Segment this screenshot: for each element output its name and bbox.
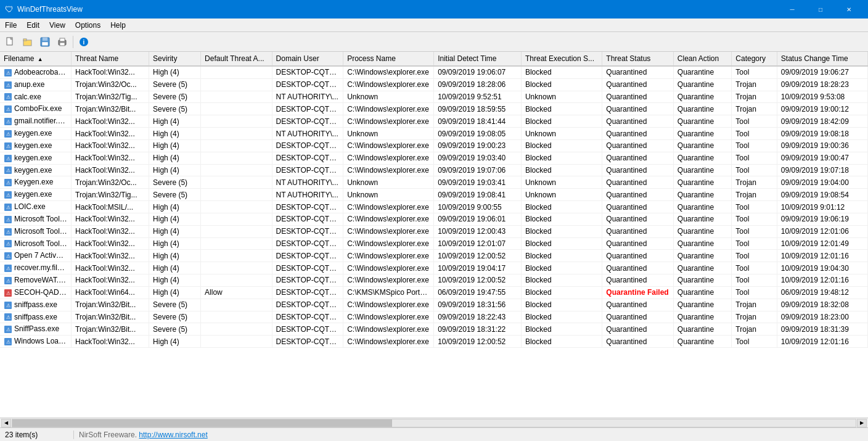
window-controls: ─ □ ✕ [778, 0, 863, 19]
table-body: ⚠Adobeacrobat-p...HackTool:Win32...High … [0, 66, 868, 348]
cell-domain_user: DESKTOP-CQT6E... [272, 262, 343, 274]
table-row[interactable]: ⚠keygen.exeHackTool:Win32...High (4)DESK… [0, 139, 868, 152]
cell-domain_user: DESKTOP-CQT6E... [272, 286, 343, 299]
table-row[interactable]: ⚠Microsoft Toolki...HackTool:Win32...Hig… [0, 213, 868, 225]
cell-severity: High (4) [149, 286, 201, 299]
col-header-category[interactable]: Category [732, 52, 777, 66]
table-row[interactable]: ⚠keygen.exeHackTool:Win32...High (4)DESK… [0, 152, 868, 164]
cell-default_threat [201, 78, 272, 91]
col-header-threat-exec[interactable]: Threat Execution S... [521, 52, 602, 66]
col-header-threat-name[interactable]: Threat Name [72, 52, 149, 66]
col-header-status-change[interactable]: Status Change Time [777, 52, 867, 66]
close-button[interactable]: ✕ [835, 0, 863, 19]
table-row[interactable]: ⚠Windows Loade...HackTool:Win32...High (… [0, 336, 868, 348]
col-header-domain-user[interactable]: Domain User [272, 52, 343, 66]
cell-threat_status: Quarantined [602, 274, 674, 287]
col-header-threat-status[interactable]: Threat Status [602, 52, 674, 66]
cell-clean_action: Quarantine [673, 201, 732, 213]
cell-filename: ⚠keygen.exe [0, 139, 72, 152]
table-row[interactable]: ⚠keygen.exeHackTool:Win32...High (4)DESK… [0, 164, 868, 176]
table-row[interactable]: ⚠recover.my.files...HackTool:Win32...Hig… [0, 262, 868, 274]
cell-default_threat [201, 152, 272, 164]
toolbar-btn-new[interactable] [2, 34, 18, 50]
table-row[interactable]: ⚠ComboFix.exeTrojan:Win32/Bit...Severe (… [0, 103, 868, 115]
table-container[interactable]: Filename ▲ Threat Name Sevirity Default … [0, 52, 868, 418]
cell-threat_status: Quarantined [602, 152, 674, 164]
cell-clean_action: Quarantine [673, 115, 732, 128]
toolbar-btn-about[interactable]: i [76, 34, 92, 50]
nirsoft-link[interactable]: http://www.nirsoft.net [139, 431, 207, 439]
toolbar-btn-open[interactable] [20, 34, 36, 50]
cell-initial_detect: 10/09/2019 9:00:55 [434, 201, 522, 213]
cell-severity: High (4) [149, 139, 201, 152]
menu-edit[interactable]: Edit [22, 20, 44, 31]
table-row[interactable]: ⚠SECOH-QAD.dllHackTool:Win64...High (4)A… [0, 286, 868, 299]
cell-severity: Severe (5) [149, 91, 201, 103]
col-header-severity[interactable]: Sevirity [149, 52, 201, 66]
scroll-track[interactable] [12, 419, 856, 427]
cell-filename: ⚠SniffPass.exe [0, 323, 72, 336]
scroll-thumb[interactable] [12, 419, 392, 427]
table-row[interactable]: ⚠gmail.notifier.pr...HackTool:Win32...Hi… [0, 115, 868, 128]
table-row[interactable]: ⚠SniffPass.exeTrojan:Win32/Bit...Severe … [0, 323, 868, 336]
table-row[interactable]: ⚠keygen.exeHackTool:Win32...High (4)NT A… [0, 128, 868, 140]
scroll-right-button[interactable]: ▶ [857, 419, 867, 427]
cell-threat_status: Quarantined [602, 262, 674, 274]
svg-text:⚠: ⚠ [6, 266, 10, 271]
cell-threat_status: Quarantined [602, 164, 674, 176]
table-row[interactable]: ⚠Microsoft Toolki...HackTool:Win32...Hig… [0, 237, 868, 250]
cell-clean_action: Quarantine [673, 103, 732, 115]
table-row[interactable]: ⚠sniffpass.exeTrojan:Win32/Bit...Severe … [0, 311, 868, 323]
table-row[interactable]: ⚠keygen.exeTrojan:Win32/Tig...Severe (5)… [0, 189, 868, 201]
horizontal-scrollbar[interactable]: ◀ ▶ [0, 418, 868, 427]
cell-clean_action: Quarantine [673, 274, 732, 287]
menu-help[interactable]: Help [105, 20, 131, 31]
menu-options[interactable]: Options [70, 20, 105, 31]
cell-filename: ⚠gmail.notifier.pr... [0, 115, 72, 128]
col-header-initial-detect[interactable]: Initial Detect Time [434, 52, 522, 66]
toolbar-btn-save[interactable] [37, 34, 53, 50]
table-row[interactable]: ⚠anup.exeTrojan:Win32/Oc...Severe (5)DES… [0, 78, 868, 91]
table-row[interactable]: ⚠sniffpass.exeTrojan:Win32/Bit...Severe … [0, 299, 868, 311]
table-row[interactable]: ⚠calc.exeTrojan:Win32/Tig...Severe (5)NT… [0, 91, 868, 103]
table-row[interactable]: ⚠Microsoft Toolki...HackTool:Win32...Hig… [0, 225, 868, 237]
menu-file[interactable]: File [0, 20, 22, 31]
minimize-button[interactable]: ─ [778, 0, 806, 19]
cell-domain_user: DESKTOP-CQT6E... [272, 311, 343, 323]
table-row[interactable]: ⚠RemoveWAT.exeHackTool:Win32...High (4)D… [0, 274, 868, 287]
cell-status_change: 09/09/2019 18:23:00 [777, 311, 867, 323]
toolbar: i [0, 32, 868, 52]
cell-domain_user: NT AUTHORITY\... [272, 128, 343, 140]
cell-status_change: 09/09/2019 19:00:36 [777, 139, 867, 152]
cell-category: Tool [732, 164, 777, 176]
cell-default_threat [201, 128, 272, 140]
menu-view[interactable]: View [44, 20, 70, 31]
cell-status_change: 09/09/2019 18:28:23 [777, 78, 867, 91]
cell-default_threat [201, 176, 272, 189]
col-header-clean-action[interactable]: Clean Action [673, 52, 732, 66]
table-row[interactable]: ⚠Open 7 Activato...HackTool:Win32...High… [0, 250, 868, 262]
col-header-process-name[interactable]: Process Name [343, 52, 434, 66]
col-header-default-threat[interactable]: Default Threat A... [201, 52, 272, 66]
scroll-left-button[interactable]: ◀ [1, 419, 11, 427]
cell-filename: ⚠Microsoft Toolki... [0, 213, 72, 225]
cell-filename: ⚠sniffpass.exe [0, 311, 72, 323]
toolbar-btn-print[interactable] [54, 34, 70, 50]
cell-severity: Severe (5) [149, 323, 201, 336]
cell-domain_user: NT AUTHORITY\... [272, 189, 343, 201]
status-nirsoft: NirSoft Freeware. http://www.nirsoft.net [74, 431, 213, 439]
cell-domain_user: DESKTOP-CQT6E... [272, 139, 343, 152]
table-row[interactable]: ⚠Adobeacrobat-p...HackTool:Win32...High … [0, 66, 868, 78]
maximize-button[interactable]: □ [806, 0, 835, 19]
cell-process_name: C:\Windows\explorer.exe [343, 78, 434, 91]
cell-severity: High (4) [149, 201, 201, 213]
table-row[interactable]: ⚠LOIC.exeHackTool:MSIL/...High (4)DESKTO… [0, 201, 868, 213]
col-header-filename[interactable]: Filename ▲ [0, 52, 72, 66]
cell-threat_exec: Blocked [521, 286, 602, 299]
cell-category: Tool [732, 286, 777, 299]
svg-text:⚠: ⚠ [6, 229, 10, 235]
svg-rect-8 [60, 38, 65, 41]
cell-category: Tool [732, 262, 777, 274]
cell-status_change: 09/09/2019 19:00:12 [777, 103, 867, 115]
table-row[interactable]: ⚠Keygen.exeTrojan:Win32/Oc...Severe (5)N… [0, 176, 868, 189]
